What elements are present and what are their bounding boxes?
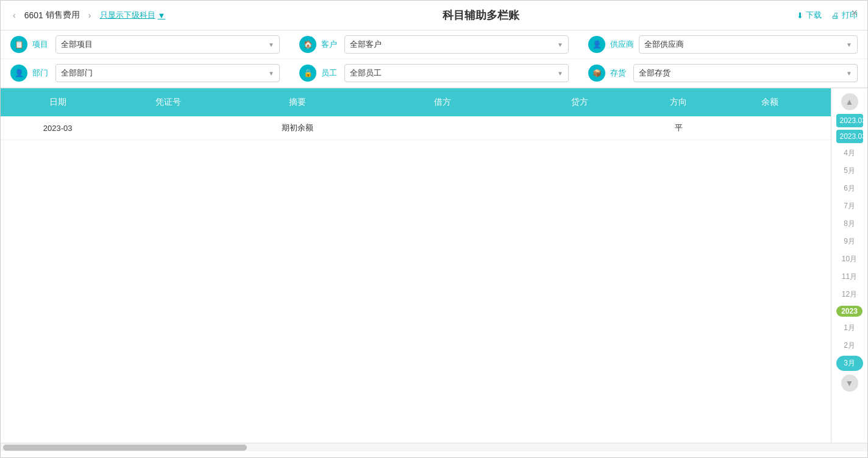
selected-period-1[interactable]: 2023.03: [836, 114, 863, 127]
month-nav-down-button[interactable]: ▼: [841, 375, 858, 392]
col-header-summary: 摘要: [221, 88, 374, 116]
cell-balance: [709, 116, 831, 140]
month-item-3[interactable]: 3月: [836, 356, 863, 371]
employee-arrow-icon: ▼: [557, 70, 563, 77]
month-item-10[interactable]: 10月: [836, 252, 863, 267]
employee-value: 全部员工: [350, 68, 382, 79]
department-arrow-icon: ▼: [268, 70, 274, 77]
horizontal-scrollbar[interactable]: [1, 443, 867, 451]
year-badge: 2023: [836, 306, 863, 317]
month-nav-up-button[interactable]: ▲: [841, 93, 858, 110]
inventory-icon: 📦: [588, 65, 605, 82]
customer-select[interactable]: 全部客户 ▼: [344, 35, 569, 54]
supplier-value: 全部供应商: [644, 39, 684, 50]
filter-customer: 🏠 客户 全部客户 ▼: [290, 30, 578, 59]
department-select[interactable]: 全部部门 ▼: [55, 64, 280, 82]
download-icon: ⬇: [797, 11, 803, 20]
month-item-12[interactable]: 12月: [836, 287, 863, 302]
cell-direction: 平: [648, 116, 709, 140]
month-item-7[interactable]: 7月: [836, 199, 863, 214]
filter-bar: 📋 项目 全部项目 ▼ 🏠 客户 全部客户 ▼ 👤 供应商 全部供应商 ▼: [1, 30, 867, 88]
cell-voucher: [115, 116, 221, 140]
nav-prev-button[interactable]: ‹: [10, 9, 18, 21]
filter-department: 👤 部门 全部部门 ▼: [1, 59, 290, 88]
cell-debit: [374, 116, 511, 140]
account-name: 销售费用: [46, 10, 80, 21]
download-button[interactable]: ⬇ 下载: [797, 10, 822, 21]
col-header-debit: 借方: [374, 88, 511, 116]
main-content: 日期 凭证号 摘要 借方 贷方 方向 余额 2023-03 期初余额: [1, 88, 867, 443]
project-icon: 📋: [10, 36, 27, 53]
filter-project: 📋 项目 全部项目 ▼: [1, 30, 290, 59]
supplier-label: 供应商: [610, 39, 634, 50]
cell-summary: 期初余额: [221, 116, 374, 140]
month-navigator: ▲ 2023.03 2023.03 4月 5月 6月 7月 8月 9月 10月 …: [831, 88, 867, 443]
action-buttons: ⬇ 下载 🖨 打印: [797, 10, 858, 21]
month-item-1[interactable]: 1月: [836, 320, 863, 336]
account-code-area: 6601 销售费用: [24, 10, 80, 21]
month-item-5[interactable]: 5月: [836, 163, 863, 178]
col-header-date: 日期: [1, 88, 115, 116]
cell-credit: [511, 116, 648, 140]
nav-next-button[interactable]: ›: [86, 9, 94, 21]
month-item-8[interactable]: 8月: [836, 216, 863, 231]
inventory-select[interactable]: 全部存货 ▼: [633, 64, 858, 82]
table-header-row: 日期 凭证号 摘要 借方 贷方 方向 余额: [1, 88, 831, 116]
selected-period-2[interactable]: 2023.03: [836, 130, 863, 143]
inventory-arrow-icon: ▼: [846, 70, 852, 77]
department-label: 部门: [32, 68, 51, 79]
print-icon: 🖨: [831, 11, 839, 20]
month-item-4[interactable]: 4月: [836, 146, 863, 161]
project-select[interactable]: 全部项目 ▼: [55, 35, 280, 54]
month-item-11[interactable]: 11月: [836, 269, 863, 284]
department-icon: 👤: [10, 65, 27, 82]
col-header-credit: 贷方: [511, 88, 648, 116]
employee-select[interactable]: 全部员工 ▼: [344, 64, 569, 82]
inventory-value: 全部存货: [639, 68, 671, 79]
month-item-9[interactable]: 9月: [836, 234, 863, 249]
close-button[interactable]: ×: [851, 7, 858, 19]
customer-value: 全部客户: [350, 39, 382, 50]
col-header-direction: 方向: [648, 88, 709, 116]
month-item-2[interactable]: 2月: [836, 338, 863, 353]
col-header-voucher: 凭证号: [115, 88, 221, 116]
supplier-arrow-icon: ▼: [846, 41, 852, 48]
customer-arrow-icon: ▼: [557, 41, 563, 48]
account-code: 6601: [24, 10, 43, 20]
header-bar: ‹ 6601 销售费用 › 只显示下级科目 ▼ 科目辅助多栏账 ⬇ 下载 🖨 打…: [1, 1, 867, 30]
customer-icon: 🏠: [299, 36, 316, 53]
filter-employee: 🔒 员工 全部员工 ▼: [290, 59, 578, 88]
ledger-table: 日期 凭证号 摘要 借方 贷方 方向 余额 2023-03 期初余额: [1, 88, 831, 140]
filter-supplier: 👤 供应商 全部供应商 ▼: [578, 30, 867, 59]
scroll-thumb[interactable]: [3, 445, 247, 451]
show-sub-arrow-icon: ▼: [158, 11, 166, 20]
download-label: 下载: [806, 10, 822, 21]
employee-icon: 🔒: [299, 65, 316, 82]
cell-date: 2023-03: [1, 116, 115, 140]
department-value: 全部部门: [61, 68, 93, 79]
table-area: 日期 凭证号 摘要 借方 贷方 方向 余额 2023-03 期初余额: [1, 88, 831, 443]
project-arrow-icon: ▼: [268, 41, 274, 48]
supplier-icon: 👤: [588, 36, 605, 53]
project-label: 项目: [32, 39, 51, 50]
supplier-select[interactable]: 全部供应商 ▼: [639, 35, 858, 54]
employee-label: 员工: [321, 68, 340, 79]
table-row: 2023-03 期初余额 平: [1, 116, 831, 140]
show-sub-button[interactable]: 只显示下级科目 ▼: [100, 10, 166, 21]
month-item-6[interactable]: 6月: [836, 181, 863, 196]
project-value: 全部项目: [61, 39, 93, 50]
show-sub-label: 只显示下级科目: [100, 10, 155, 21]
filter-inventory: 📦 存货 全部存货 ▼: [578, 59, 867, 88]
inventory-label: 存货: [610, 68, 628, 79]
customer-label: 客户: [321, 39, 340, 50]
page-title: 科目辅助多栏账: [171, 8, 791, 23]
col-header-balance: 余额: [709, 88, 831, 116]
